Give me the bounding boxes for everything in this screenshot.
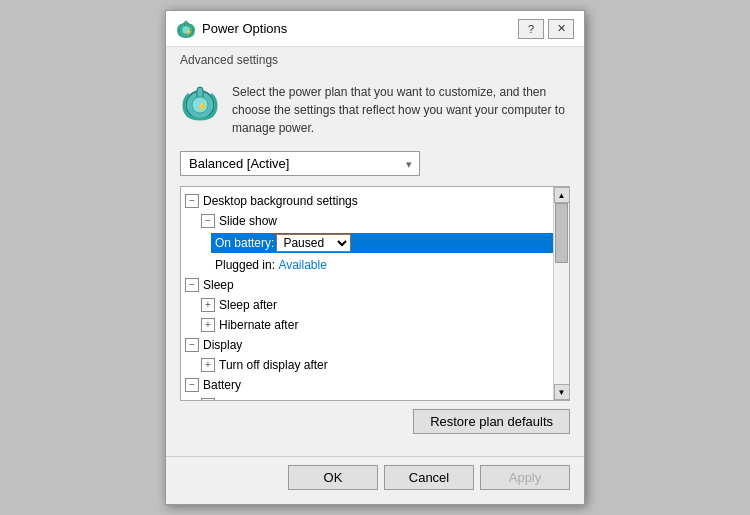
settings-list[interactable]: − Desktop background settings − Slide sh…: [181, 187, 553, 400]
expand-icon-critical-battery[interactable]: +: [201, 398, 215, 400]
tree-item-plugged-in[interactable]: Plugged in: Available: [181, 255, 553, 275]
tree-label-plugged-in: Plugged in:: [215, 258, 278, 272]
tree-item-sleep-after[interactable]: + Sleep after: [181, 295, 553, 315]
ok-button[interactable]: OK: [288, 465, 378, 490]
tree-label-hibernate-after: Hibernate after: [219, 318, 298, 332]
expand-icon-turn-off-display[interactable]: +: [201, 358, 215, 372]
tree-label-sleep-after: Sleep after: [219, 298, 277, 312]
tree-item-slideshow[interactable]: − Slide show: [181, 211, 553, 231]
title-bar: ⚡ Power Options ? ✕: [166, 11, 584, 47]
tree-label-turn-off-display: Turn off display after: [219, 358, 328, 372]
settings-box: − Desktop background settings − Slide sh…: [180, 186, 570, 401]
scrollbar-thumb-area: [554, 203, 569, 384]
description-area: ⚡ Select the power plan that you want to…: [180, 83, 570, 137]
section-header: Advanced settings: [166, 47, 584, 73]
scrollbar-thumb[interactable]: [555, 203, 568, 263]
expand-icon-battery[interactable]: −: [185, 378, 199, 392]
plan-select[interactable]: Balanced [Active] High performance Power…: [180, 151, 420, 176]
scrollbar-track: ▲ ▼: [553, 187, 569, 400]
footer-row: OK Cancel Apply: [166, 456, 584, 504]
tree-label-sleep: Sleep: [203, 278, 234, 292]
close-button[interactable]: ✕: [548, 19, 574, 39]
expand-icon-sleep-after[interactable]: +: [201, 298, 215, 312]
expand-icon-sleep[interactable]: −: [185, 278, 199, 292]
plan-dropdown-row: Balanced [Active] High performance Power…: [180, 151, 570, 176]
expand-icon-hibernate-after[interactable]: +: [201, 318, 215, 332]
restore-plan-defaults-button[interactable]: Restore plan defaults: [413, 409, 570, 434]
expand-icon-display[interactable]: −: [185, 338, 199, 352]
power-plan-icon: ⚡: [180, 83, 220, 123]
tree-item-display[interactable]: − Display: [181, 335, 553, 355]
tree-item-critical-battery[interactable]: + Critical battery notification: [181, 395, 553, 400]
tree-label-critical-battery: Critical battery notification: [219, 398, 356, 400]
description-text: Select the power plan that you want to c…: [232, 83, 570, 137]
title-bar-controls: ? ✕: [518, 19, 574, 39]
apply-button[interactable]: Apply: [480, 465, 570, 490]
tree-item-sleep[interactable]: − Sleep: [181, 275, 553, 295]
window-title: Power Options: [202, 21, 518, 36]
restore-row: Restore plan defaults: [180, 409, 570, 434]
tree-label-display: Display: [203, 338, 242, 352]
tree-item-hibernate-after[interactable]: + Hibernate after: [181, 315, 553, 335]
scrollbar-down-button[interactable]: ▼: [554, 384, 570, 400]
tree-label-on-battery: On battery:: [215, 236, 274, 250]
cancel-button[interactable]: Cancel: [384, 465, 474, 490]
on-battery-select[interactable]: Paused Available: [276, 234, 351, 252]
help-button[interactable]: ?: [518, 19, 544, 39]
expand-icon-slideshow[interactable]: −: [201, 214, 215, 228]
tree-label-desktop-bg: Desktop background settings: [203, 194, 358, 208]
scrollbar-up-button[interactable]: ▲: [554, 187, 570, 203]
tree-item-desktop-bg[interactable]: − Desktop background settings: [181, 191, 553, 211]
svg-text:⚡: ⚡: [196, 100, 209, 113]
tree-item-on-battery[interactable]: On battery: Paused Available: [181, 231, 553, 255]
dialog-body: ⚡ Select the power plan that you want to…: [166, 73, 584, 452]
tree-label-battery: Battery: [203, 378, 241, 392]
plan-select-wrapper[interactable]: Balanced [Active] High performance Power…: [180, 151, 420, 176]
plugged-in-value: Available: [278, 258, 326, 272]
power-options-dialog: ⚡ Power Options ? ✕ Advanced settings ⚡ …: [165, 10, 585, 505]
tree-item-battery[interactable]: − Battery: [181, 375, 553, 395]
svg-text:⚡: ⚡: [185, 28, 193, 36]
tree-label-slideshow: Slide show: [219, 214, 277, 228]
expand-icon-desktop-bg[interactable]: −: [185, 194, 199, 208]
tree-item-turn-off-display[interactable]: + Turn off display after: [181, 355, 553, 375]
power-options-icon: ⚡: [176, 19, 196, 39]
